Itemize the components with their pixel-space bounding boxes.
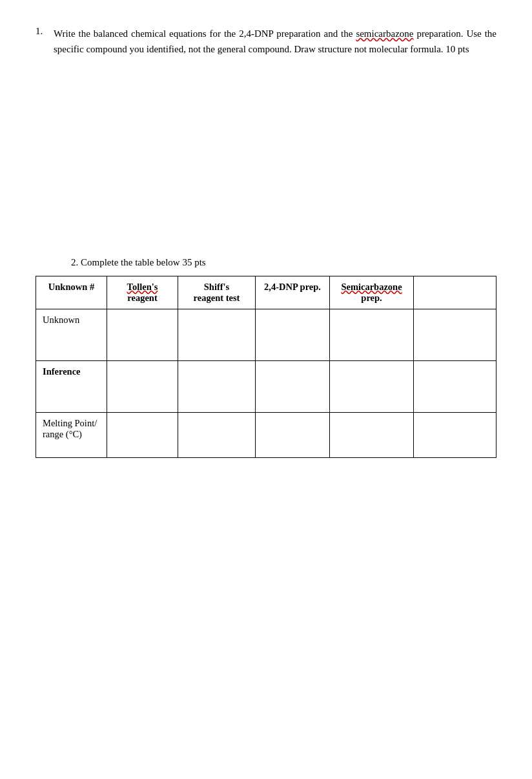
row-melting-dnp xyxy=(256,413,330,458)
question-1-number: 1. xyxy=(36,26,54,57)
melting-line1: Melting Point/ xyxy=(43,418,97,428)
row-unknown-semi xyxy=(330,309,414,361)
tollens-line1: Tollen's xyxy=(127,282,158,292)
shiffs-line1: Shiff's xyxy=(204,282,230,292)
table-header-row: Unknown # Tollen's reagent Shiff's reage… xyxy=(36,276,496,309)
row-unknown-tollens xyxy=(107,309,178,361)
row-unknown-shiffs xyxy=(178,309,256,361)
row-unknown-dnp xyxy=(256,309,330,361)
shiffs-line2: reagent test xyxy=(194,293,240,303)
data-table: Unknown # Tollen's reagent Shiff's reage… xyxy=(36,276,496,458)
row-inference-semi xyxy=(330,361,414,413)
row-melting-label: Melting Point/ range (°C) xyxy=(36,413,107,458)
row-unknown-extra xyxy=(414,309,496,361)
row-melting-semi xyxy=(330,413,414,458)
question-1-text: Write the balanced chemical equations fo… xyxy=(54,26,496,57)
header-unknown: Unknown # xyxy=(36,276,107,309)
row-inference-shiffs xyxy=(178,361,256,413)
semi-line1: Semicarbazone xyxy=(341,282,402,292)
header-dnp: 2,4-DNP prep. xyxy=(256,276,330,309)
header-semi: Semicarbazone prep. xyxy=(330,276,414,309)
question-1-text-part1: Write the balanced chemical equations fo… xyxy=(54,28,353,39)
work-area-spacer xyxy=(36,63,496,257)
tollens-line2: reagent xyxy=(127,293,157,303)
semi-line2: prep. xyxy=(361,293,382,303)
question-1: 1. Write the balanced chemical equations… xyxy=(36,26,496,57)
melting-line2: range (°C) xyxy=(43,429,82,439)
row-inference-tollens xyxy=(107,361,178,413)
row-inference-dnp xyxy=(256,361,330,413)
row-inference-label: Inference xyxy=(36,361,107,413)
row-melting-shiffs xyxy=(178,413,256,458)
header-extra xyxy=(414,276,496,309)
header-tollens: Tollen's reagent xyxy=(107,276,178,309)
header-shiffs: Shiff's reagent test xyxy=(178,276,256,309)
table-row-melting: Melting Point/ range (°C) xyxy=(36,413,496,458)
table-row-unknown: Unknown xyxy=(36,309,496,361)
row-inference-extra xyxy=(414,361,496,413)
semicarbazone-word: semicarbazone xyxy=(356,28,413,39)
table-row-inference: Inference xyxy=(36,361,496,413)
row-melting-tollens xyxy=(107,413,178,458)
row-unknown-label: Unknown xyxy=(36,309,107,361)
row-melting-extra xyxy=(414,413,496,458)
question-2-label: 2. Complete the table below 35 pts xyxy=(71,257,496,268)
